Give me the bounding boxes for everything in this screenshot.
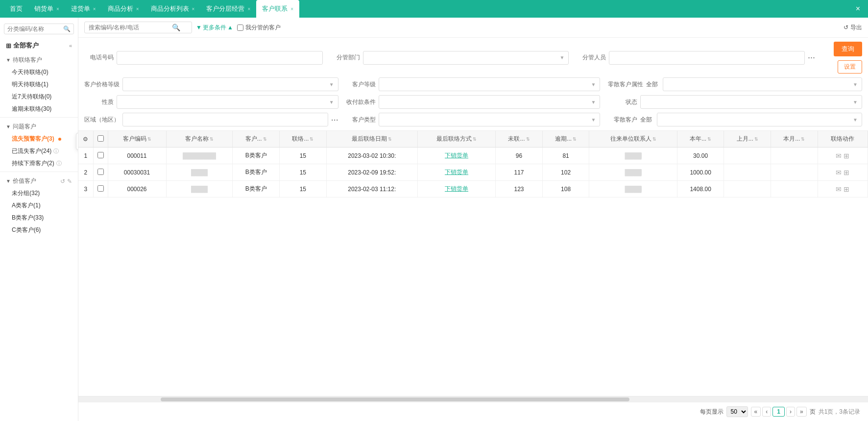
horizontal-scrollbar[interactable] (78, 396, 868, 402)
sidebar-item-warn[interactable]: 流失预警客户(3) (0, 133, 78, 145)
first-page-btn[interactable]: « (751, 407, 761, 417)
row2-select[interactable] (97, 169, 104, 175)
th-name[interactable]: 客户名称⇅ (166, 131, 233, 148)
sidebar-item-a-class[interactable]: A类客户(1) (0, 199, 78, 212)
th-last-type[interactable]: 最后联络方式⇅ (417, 131, 495, 148)
tab-customer-contact-close[interactable]: × (290, 6, 293, 12)
sidebar-item-tomorrow[interactable]: 明天待联络(1) (0, 78, 78, 91)
tab-product-analysis-label: 商品分析 (108, 4, 133, 13)
row1-last-type[interactable]: 下销货单 (417, 148, 495, 164)
row3-contact-icon[interactable]: ✉ (836, 185, 842, 193)
th-type[interactable]: 客户...⇅ (233, 131, 280, 148)
sidebar-item-declining[interactable]: 持续下滑客户(2) ⓘ (0, 157, 78, 170)
tab-home[interactable]: 首页 (4, 0, 28, 18)
filter-manager-select[interactable] (609, 51, 805, 65)
tab-customer-tier[interactable]: 客户分层经营 × (200, 0, 256, 18)
search-input[interactable] (89, 24, 172, 31)
filter-region-input[interactable] (122, 113, 328, 126)
select-all-checkbox[interactable] (97, 135, 104, 142)
row2-last-type[interactable]: 下销货单 (417, 164, 495, 181)
sidebar-section-value[interactable]: ▼ 价值客户 ↺ ✎ (0, 175, 78, 187)
row3-select[interactable] (97, 185, 104, 192)
my-customers-checkbox[interactable] (237, 25, 243, 31)
prev-page-btn[interactable]: ‹ (762, 407, 771, 417)
filter-manager-more[interactable]: ··· (808, 52, 815, 63)
row2-checkbox[interactable] (93, 164, 108, 181)
last-page-btn[interactable]: » (796, 407, 807, 417)
sidebar-section-pending[interactable]: ▼ 待联络客户 (0, 54, 78, 66)
sidebar-item-b-class[interactable]: B类客户(33) (0, 212, 78, 224)
filter-customer-type: 客户类型 ▼ (346, 113, 601, 126)
settings-button[interactable]: 设置 (838, 60, 862, 74)
row3-checkbox[interactable] (93, 181, 108, 198)
row2-last-type-link[interactable]: 下销货单 (445, 169, 468, 175)
next-page-btn[interactable]: › (786, 407, 795, 417)
tab-customer-contact-label: 客户联系 (262, 4, 288, 13)
th-last-month-label: 上月... (737, 135, 753, 143)
tab-sales-close[interactable]: × (56, 6, 59, 12)
row1-contact-icon[interactable]: ✉ (836, 152, 842, 160)
tab-product-analysis[interactable]: 商品分析 × (102, 0, 145, 18)
th-settings[interactable]: ⚙ (78, 131, 93, 148)
th-this-month[interactable]: 本月...⇅ (771, 131, 818, 148)
window-close-button[interactable]: × (852, 4, 864, 13)
tab-product-list-close[interactable]: × (192, 6, 195, 12)
sort-icon-last-type: ⇅ (473, 137, 477, 142)
row1-last-date: 2023-03-02 10:30: (326, 148, 417, 164)
th-company-contact[interactable]: 往来单位联系人⇅ (589, 131, 677, 148)
row1-more-icon[interactable]: ⊞ (844, 152, 849, 160)
tab-customer-tier-close[interactable]: × (247, 6, 250, 12)
tab-purchase[interactable]: 进货单 × (65, 0, 102, 18)
per-page-select[interactable]: 50 (726, 406, 748, 417)
th-not-contacted[interactable]: 未联...⇅ (496, 131, 543, 148)
sidebar-item-7days[interactable]: 近7天待联络(0) (0, 91, 78, 103)
filter-phone-input[interactable] (117, 51, 323, 65)
filter-retail-customer-select[interactable]: ▼ (657, 113, 862, 126)
export-button[interactable]: ↺ 导出 (844, 24, 862, 32)
th-last-date[interactable]: 最后联络日期⇅ (326, 131, 417, 148)
sidebar-item-today[interactable]: 今天待联络(0) (0, 66, 78, 78)
tab-purchase-close[interactable]: × (93, 6, 96, 12)
th-code[interactable]: 客户编码⇅ (108, 131, 166, 148)
sidebar-section-problem[interactable]: ▼ 问题客户 (0, 121, 78, 133)
sidebar-item-lost[interactable]: 已流失客户(24) ⓘ (0, 145, 78, 157)
edit-icon-value[interactable]: ✎ (67, 178, 72, 185)
sidebar-item-c-class[interactable]: C类客户(6) (0, 224, 78, 236)
filter-customer-tier-select[interactable]: ▼ (379, 77, 601, 91)
query-button[interactable]: 查询 (834, 42, 862, 56)
th-contact[interactable]: 联络...⇅ (280, 131, 327, 148)
scrollbar-thumb[interactable] (161, 397, 630, 401)
search-button[interactable]: 🔍 (172, 24, 180, 31)
th-this-year[interactable]: 本年...⇅ (677, 131, 724, 148)
filter-customer-type-select[interactable]: ▼ (379, 113, 601, 126)
th-checkbox[interactable] (93, 131, 108, 148)
export-icon: ↺ (844, 24, 848, 31)
more-conditions-btn[interactable]: ▼ 更多条件 ▲ (196, 24, 233, 32)
row1-last-type-link[interactable]: 下销货单 (445, 152, 468, 159)
filter-status-select[interactable]: ▼ (640, 95, 862, 109)
tab-sales[interactable]: 销货单 × (28, 0, 65, 18)
tab-customer-contact[interactable]: 客户联系 × (256, 0, 299, 18)
row2-more-icon[interactable]: ⊞ (844, 169, 849, 176)
tab-product-list[interactable]: 商品分析列表 × (145, 0, 201, 18)
filter-payment-select[interactable]: ▼ (379, 95, 601, 109)
filter-dept-select[interactable]: ▼ (363, 51, 569, 65)
row3-last-type[interactable]: 下销货单 (417, 181, 495, 198)
filter-price-tier-select[interactable]: ▼ (122, 77, 338, 91)
th-overdue[interactable]: 逾期...⇅ (542, 131, 589, 148)
row1-select[interactable] (97, 152, 104, 158)
row2-contact-icon[interactable]: ✉ (836, 169, 842, 176)
filter-region-more[interactable]: ··· (331, 115, 338, 125)
filter-nature-select[interactable]: ▼ (117, 95, 338, 109)
refresh-icon-value[interactable]: ↺ (60, 178, 65, 185)
filter-retail-attr-select[interactable]: ▼ (663, 77, 862, 91)
row3-more-icon[interactable]: ⊞ (844, 185, 849, 193)
row1-checkbox[interactable] (93, 148, 108, 164)
row3-last-type-link[interactable]: 下销货单 (445, 185, 468, 192)
sidebar-all-customers[interactable]: ⊞ 全部客户 « (0, 38, 78, 53)
sidebar-item-ungroup[interactable]: 未分组(32) (0, 187, 78, 199)
collapse-icon[interactable]: « (69, 43, 72, 49)
th-last-month[interactable]: 上月...⇅ (724, 131, 771, 148)
tab-product-analysis-close[interactable]: × (136, 6, 139, 12)
sidebar-item-overdue[interactable]: 逾期未联络(30) (0, 103, 78, 115)
